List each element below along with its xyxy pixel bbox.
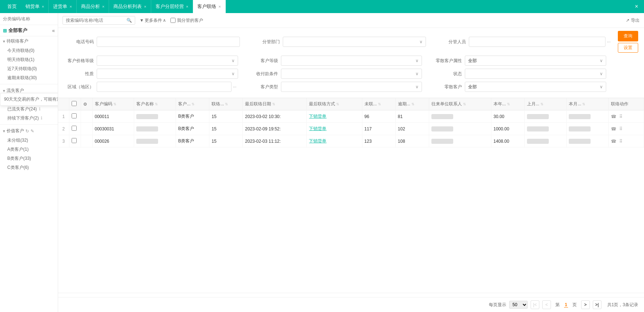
next-page-btn[interactable]: > <box>581 300 590 309</box>
sidebar-all-customers[interactable]: ⊞ 全部客户 « <box>0 25 58 36</box>
th-last-contact-date[interactable]: 最后联络日期 ⇅ <box>243 98 307 110</box>
th-unit-contact[interactable]: 往来单位联系人 ⇅ <box>429 98 491 110</box>
row-1-method[interactable]: 下销货单 <box>307 110 362 123</box>
th-current-year[interactable]: 本年... ⇅ <box>491 98 524 110</box>
row-1-lastmonth <box>524 110 567 123</box>
sidebar-search-input[interactable] <box>3 16 57 21</box>
close-customer-link[interactable]: × <box>218 4 221 9</box>
close-sales-order[interactable]: × <box>42 4 44 9</box>
sidebar-group-pending-contact[interactable]: ▾ 待联络客户 <box>0 36 58 46</box>
table-scroll-bar[interactable] <box>58 293 644 297</box>
row-1-check[interactable] <box>69 110 81 123</box>
setting-button[interactable]: 设置 <box>618 43 638 53</box>
row-1-contact-icon[interactable]: ☎ <box>611 114 616 119</box>
close-customer-tier[interactable]: × <box>186 4 188 9</box>
row-2-method[interactable]: 下销货单 <box>307 123 362 135</box>
sidebar-item-declining[interactable]: 持续下滑客户(2) ℹ <box>0 114 58 123</box>
nav-tab-sales-order[interactable]: 销货单 × <box>21 0 49 13</box>
sort-icon-thismonth: ⇅ <box>582 102 585 106</box>
first-page-btn[interactable]: |< <box>531 300 539 309</box>
sidebar-item-overdue[interactable]: 逾期未联络(30) <box>0 73 58 82</box>
my-customers-toggle[interactable]: 我分管的客户 <box>170 17 203 24</box>
row-2-more-icon[interactable]: ⠿ <box>619 126 623 131</box>
row-2-num: 2 <box>58 123 69 135</box>
sidebar-item-tomorrow-pending[interactable]: 明天待联络(1) <box>0 55 58 64</box>
customer-level-select[interactable]: ∨ <box>281 56 422 66</box>
close-product-analysis-list[interactable]: × <box>144 4 146 9</box>
row-3-contact-icon[interactable]: ☎ <box>611 139 616 144</box>
close-product-analysis[interactable]: × <box>102 4 104 9</box>
row-2-check[interactable] <box>69 123 81 135</box>
nav-tab-purchase-order[interactable]: 进货单 × <box>49 0 76 13</box>
prev-page-btn[interactable]: < <box>542 300 551 309</box>
payment-select[interactable]: ∨ <box>281 69 422 79</box>
sidebar-item-class-c[interactable]: C类客户(6) <box>0 163 58 172</box>
select-all-checkbox[interactable] <box>72 101 77 106</box>
sidebar-item-class-a[interactable]: A类客户(1) <box>0 145 58 154</box>
sidebar-item-already-churned[interactable]: 已流失客户(24) ℹ <box>0 105 58 114</box>
status-select[interactable]: ∨ <box>465 69 606 79</box>
customer-type-select[interactable]: ∨ <box>281 82 422 92</box>
sidebar-item-ungroup[interactable]: 未分组(32) <box>0 136 58 145</box>
nav-tab-product-analysis[interactable]: 商品分析 × <box>77 0 109 13</box>
th-overdue[interactable]: 逾期... ⇅ <box>395 98 429 110</box>
th-customer-type[interactable]: 客户... ⇅ <box>176 98 209 110</box>
query-button[interactable]: 查询 <box>618 31 638 41</box>
row-2-thismonth <box>567 123 609 135</box>
row-1-checkbox[interactable] <box>72 113 77 118</box>
th-this-month[interactable]: 本月... ⇅ <box>567 98 609 110</box>
region-dots-btn[interactable]: ··· <box>232 84 238 89</box>
th-last-month[interactable]: 上月... ⇅ <box>524 98 567 110</box>
arrow-down-icon: ▾ <box>3 39 5 44</box>
last-page-btn[interactable]: >| <box>593 300 601 309</box>
settings-icon[interactable]: ⚙ <box>83 102 87 107</box>
more-conditions-btn[interactable]: ▼ 更多条件 ∧ <box>140 17 166 24</box>
th-customer-name[interactable]: 客户名称 ⇅ <box>134 98 176 110</box>
sort-icon-notcontact: ⇅ <box>378 102 381 106</box>
retail-attr-select[interactable]: 全部 ∨ <box>465 56 606 66</box>
sidebar-item-7days-pending[interactable]: 近7天待联络(0) <box>0 64 58 73</box>
row-3-empty <box>81 135 92 147</box>
price-level-select[interactable]: ∨ <box>97 56 238 66</box>
sidebar-collapse-btn[interactable]: « <box>52 28 55 33</box>
region-select[interactable] <box>97 82 232 92</box>
th-customer-code[interactable]: 客户编码 ⇅ <box>92 98 134 110</box>
manager-select[interactable] <box>469 37 605 47</box>
th-settings[interactable]: ⚙ <box>81 98 92 110</box>
row-2-checkbox[interactable] <box>72 126 77 131</box>
refresh-icon[interactable]: ↻ <box>25 129 29 134</box>
row-3-checkbox[interactable] <box>72 138 77 143</box>
manager-dots-btn[interactable]: ··· <box>605 39 612 44</box>
row-3-method[interactable]: 下销货单 <box>307 135 362 147</box>
my-customers-checkbox[interactable] <box>170 18 176 23</box>
close-app-button[interactable]: × <box>632 3 641 10</box>
row-3-check[interactable] <box>69 135 81 147</box>
sidebar-item-today-pending[interactable]: 今天待联络(0) <box>0 46 58 55</box>
row-1-type: B类客户 <box>176 110 209 123</box>
row-1-more-icon[interactable]: ⠿ <box>619 114 623 119</box>
dept-select[interactable]: ∨ <box>283 37 426 47</box>
row-3-more-icon[interactable]: ⠿ <box>619 139 623 144</box>
main-search-icon[interactable]: 🔍 <box>126 18 132 23</box>
row-2-contact-icon[interactable]: ☎ <box>611 126 616 131</box>
row-3-year: 1408.00 <box>491 135 524 147</box>
sidebar-group-lost[interactable]: ▾ 流失客户 90天无交易的客户，可能有流失风险。 <box>0 86 58 96</box>
edit-icon[interactable]: ✎ <box>31 129 34 134</box>
page-size-label: 每页显示 <box>489 302 506 308</box>
th-contact[interactable]: 联络... ⇅ <box>209 98 243 110</box>
nav-tab-home[interactable]: 首页 <box>3 0 21 13</box>
sidebar-item-class-b[interactable]: B类客户(33) <box>0 154 58 163</box>
nav-tab-customer-link[interactable]: 客户联络 × <box>193 0 225 13</box>
th-not-contacted[interactable]: 未联... ⇅ <box>362 98 395 110</box>
page-size-select[interactable]: 50 20 100 <box>509 301 528 309</box>
retail-customer-select[interactable]: 全部 ∨ <box>465 82 606 92</box>
nature-select[interactable]: ∨ <box>97 69 238 79</box>
th-last-contact-method[interactable]: 最后联络方式 ⇅ <box>307 98 362 110</box>
export-button[interactable]: ↗ 导出 <box>626 17 640 24</box>
phone-input[interactable] <box>97 37 240 47</box>
close-purchase-order[interactable]: × <box>69 4 72 9</box>
nav-tab-customer-tier[interactable]: 客户分层经营 × <box>151 0 193 13</box>
sidebar-group-valued[interactable]: ▾ 价值客户 ↻ ✎ <box>0 126 58 136</box>
nav-tab-product-analysis-list[interactable]: 商品分析列表 × <box>109 0 151 13</box>
main-search-input[interactable] <box>66 18 126 23</box>
